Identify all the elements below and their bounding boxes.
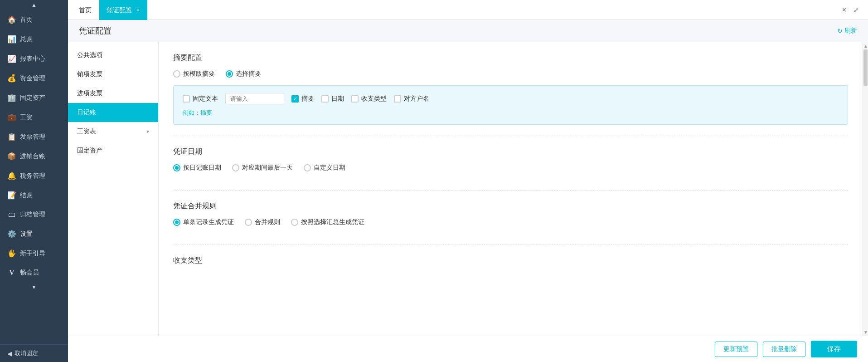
sidebar-scroll-down[interactable]: ▼ [0,282,68,292]
checkbox-fixed-text[interactable]: 固定文本 [183,95,218,103]
radio-by-selection[interactable]: 按照选择汇总生成凭证 [291,218,364,226]
window-close-button[interactable]: × [840,4,848,16]
sidebar-item-vip-label: 畅会员 [20,269,39,277]
radio-merge-label: 合并规则 [255,218,280,226]
left-nav-public-label: 公共选项 [77,51,102,59]
checkbox-income-type-box [351,95,359,103]
left-nav-item-public[interactable]: 公共选项 [68,46,158,65]
sidebar-item-home[interactable]: 🏠 首页 [0,10,68,29]
sidebar-item-guide-label: 新手引导 [20,249,45,258]
radio-by-journal-date-label: 按日记账日期 [183,164,221,172]
summary-config-box: 固定文本 ✓ 摘要 日期 收支类型 [173,85,848,125]
checkbox-counterpart-label: 对方户名 [404,95,429,103]
merge-rules-radio-group: 单条记录生成凭证 合并规则 按照选择汇总生成凭证 [173,218,848,226]
left-nav-item-sales-invoice[interactable]: 销项发票 [68,65,158,84]
radio-last-day[interactable]: 对应期间最后一天 [232,164,293,172]
tabbar: 首页 凭证配置 × × ⤢ [68,0,868,20]
fixed-text-input[interactable] [225,93,284,104]
sales-icon: 📦 [7,152,16,161]
sidebar-item-sales[interactable]: 📦 进销台账 [0,147,68,166]
window-expand-button[interactable]: ⤢ [852,5,861,15]
sidebar-item-home-label: 首页 [20,16,33,24]
left-nav-item-purchase-invoice[interactable]: 进项发票 [68,84,158,103]
pin-icon: ◀ [7,350,12,357]
sidebar-item-settings-label: 设置 [20,230,33,238]
section-voucher-date: 凭证日期 按日记账日期 对应期间最后一天 自定义日期 [173,147,848,191]
refresh-button[interactable]: ↻ 刷新 [837,27,857,35]
scrollbar-thumb[interactable] [863,49,868,86]
radio-select-circle [226,70,233,78]
refresh-label: 刷新 [844,27,857,35]
radio-template-summary[interactable]: 按模版摘要 [173,70,215,78]
sidebar-scroll-up[interactable]: ▲ [0,0,68,10]
tab-home[interactable]: 首页 [72,0,99,20]
sidebar-unpin-label: 取消固定 [15,349,38,357]
sidebar-item-archive-label: 归档管理 [20,210,45,219]
checkbox-date[interactable]: 日期 [321,95,344,103]
left-nav-fixed-assets-label: 固定资产 [77,147,102,155]
voucher-date-radio-group: 按日记账日期 对应期间最后一天 自定义日期 [173,164,848,172]
checkbox-date-label: 日期 [331,95,344,103]
sidebar-item-invoices-label: 发票管理 [20,133,45,141]
radio-by-selection-circle [291,219,298,226]
radio-single-circle [173,219,180,226]
sidebar-item-tax[interactable]: 🔔 税务管理 [0,166,68,186]
sidebar-item-payroll[interactable]: 💼 工资 [0,108,68,127]
home-icon: 🏠 [7,15,16,24]
left-nav-item-journal[interactable]: 日记账 [68,103,158,122]
save-button[interactable]: 保存 [811,341,857,357]
sidebar-item-vip[interactable]: V 畅会员 [0,263,68,282]
checkbox-income-type[interactable]: 收支类型 [351,95,387,103]
tab-voucher-config[interactable]: 凭证配置 × [99,0,147,20]
tab-close-icon[interactable]: × [136,7,140,14]
sidebar-item-guide[interactable]: 🖐 新手引导 [0,244,68,263]
checkbox-summary[interactable]: ✓ 摘要 [291,95,314,103]
checkbox-fixed-text-box [183,95,190,103]
update-preview-button[interactable]: 更新预置 [715,342,757,357]
main-area: 首页 凭证配置 × × ⤢ 凭证配置 ↻ 刷新 公共选项 销项发票 进项 [68,0,868,362]
vip-icon: V [7,269,16,277]
sidebar-item-payroll-label: 工资 [20,113,33,122]
batch-delete-button[interactable]: 批量删除 [763,342,805,357]
sidebar-item-reports[interactable]: 📈 报表中心 [0,49,68,68]
chevron-down-icon: ▾ [146,128,149,135]
radio-merge-circle [245,219,252,226]
sidebar-unpin-button[interactable]: ◀ 取消固定 [0,344,68,362]
sidebar-item-tax-label: 税务管理 [20,172,45,180]
sidebar-item-settle[interactable]: 📝 结账 [0,186,68,205]
sidebar-item-invoices[interactable]: 📋 发票管理 [0,127,68,147]
left-nav-item-payroll-table[interactable]: 工资表 ▾ [68,122,158,141]
invoices-icon: 📋 [7,132,16,141]
radio-select-label: 选择摘要 [236,70,261,78]
checkbox-summary-label: 摘要 [301,95,314,103]
radio-custom-date[interactable]: 自定义日期 [304,164,345,172]
radio-by-journal-date[interactable]: 按日记账日期 [173,164,221,172]
sidebar-item-archive[interactable]: 🗃 归档管理 [0,205,68,224]
radio-merge[interactable]: 合并规则 [245,218,280,226]
right-content: 摘要配置 按模版摘要 选择摘要 固定文本 [159,42,863,336]
checkbox-counterpart[interactable]: 对方户名 [394,95,429,103]
sidebar-item-funds[interactable]: 💰 资金管理 [0,68,68,88]
tab-home-label: 首页 [79,6,92,14]
tab-voucher-config-label: 凭证配置 [107,6,132,14]
scrollbar-down-arrow[interactable]: ▼ [863,328,868,336]
left-nav: 公共选项 销项发票 进项发票 日记账 工资表 ▾ 固定资产 [68,42,159,336]
sidebar-item-settings[interactable]: ⚙️ 设置 [0,224,68,244]
checkbox-summary-box: ✓ [291,95,299,103]
radio-single[interactable]: 单条记录生成凭证 [173,218,234,226]
radio-select-summary[interactable]: 选择摘要 [226,70,261,78]
section-merge-rules-title: 凭证合并规则 [173,201,848,211]
sidebar-item-funds-label: 资金管理 [20,74,45,83]
sidebar-item-assets[interactable]: 🏢 固定资产 [0,88,68,108]
scrollbar-up-arrow[interactable]: ▲ [863,42,868,49]
sidebar: ▲ 🏠 首页 📊 总账 📈 报表中心 💰 资金管理 🏢 固定资产 💼 工资 📋 … [0,0,68,362]
sidebar-item-ledger[interactable]: 📊 总账 [0,29,68,49]
sidebar-item-reports-label: 报表中心 [20,55,45,63]
guide-icon: 🖐 [7,249,16,258]
checkbox-counterpart-box [394,95,401,103]
left-nav-item-fixed-assets[interactable]: 固定资产 [68,141,158,160]
radio-by-selection-label: 按照选择汇总生成凭证 [301,218,364,226]
radio-template-circle [173,70,180,78]
section-summary-title: 摘要配置 [173,53,848,63]
reports-icon: 📈 [7,54,16,63]
